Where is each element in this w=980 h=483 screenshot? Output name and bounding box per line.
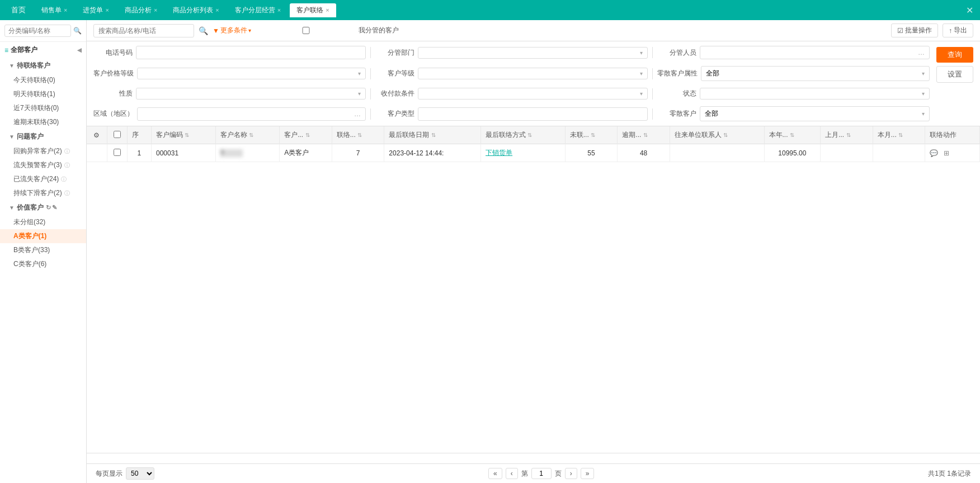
col-header-current-month[interactable]: 本月... ⇅ [873,126,925,144]
filter-select-price-level[interactable]: ▾ [137,68,366,79]
col-header-overdue[interactable]: 逾期... ⇅ [618,126,670,144]
nav-tab-close-0[interactable]: × [64,7,67,13]
nav-tab-4[interactable]: 客户分层经营 × [228,3,288,17]
filter-select-region[interactable]: … [137,107,366,121]
sidebar-item-class-c[interactable]: C类客户(6) [0,257,86,271]
col-header-name[interactable]: 客户名称 ⇅ [215,126,280,144]
sort-icon-last-date[interactable]: ⇅ [431,132,436,138]
filter-select-nature[interactable]: ▾ [136,88,366,100]
edit-icon[interactable]: ✎ [52,204,57,211]
settings-button[interactable]: 设置 [936,66,973,83]
action-chat-icon[interactable]: 💬 [930,149,938,157]
sort-icon-current-year[interactable]: ⇅ [790,132,794,138]
sidebar-item-class-b[interactable]: B类客户(33) [0,243,86,257]
nav-tab-2[interactable]: 商品分析 × [118,3,164,17]
sidebar-item-churned[interactable]: 已流失客户(24) ⓘ [0,172,86,186]
nav-tab-1[interactable]: 进货单 × [76,3,115,17]
nav-tab-0[interactable]: 销售单 × [35,3,74,17]
batch-op-button[interactable]: ☑ 批量操作 [891,23,938,37]
my-customers-checkbox[interactable] [256,27,356,34]
filter-select-customer-level[interactable]: ▾ [418,68,648,79]
group-pending-contact[interactable]: ▼ 待联络客户 [0,58,86,73]
sort-icon-level[interactable]: ⇅ [305,132,310,138]
nav-tab-close-2[interactable]: × [154,7,157,13]
filter-select-person[interactable]: … [700,46,930,59]
info-icon-abnormal[interactable]: ⓘ [64,148,70,155]
filter-select-scattered[interactable]: 全部 ▾ [700,106,930,121]
filter-select-status[interactable]: ▾ [700,88,930,100]
my-customers-checkbox-label[interactable]: 我分管的客户 [256,26,399,35]
group-value-customers[interactable]: ▼ 价值客户 ↻ ✎ [0,200,86,215]
row-checkbox[interactable] [114,149,121,156]
nav-tab-5[interactable]: 客户联络 × [290,3,336,17]
sort-icon-last-method[interactable]: ⇅ [527,132,532,138]
sort-icon-company-contact[interactable]: ⇅ [723,132,728,138]
col-header-code[interactable]: 客户编码 ⇅ [152,126,216,144]
query-button[interactable]: 查询 [936,47,973,63]
export-button[interactable]: ↑ 导出 [943,23,973,37]
page-size-select[interactable]: 20 50 100 200 [126,467,154,480]
filter-select-payment[interactable]: ▾ [418,88,648,100]
col-header-current-year[interactable]: 本年... ⇅ [764,126,821,144]
last-page-button[interactable]: » [581,468,595,479]
sort-icon-last-month[interactable]: ⇅ [846,132,851,138]
prev-page-button[interactable]: ‹ [506,468,518,479]
col-header-company-contact[interactable]: 往来单位联系人 ⇅ [670,126,764,144]
col-header-last-date[interactable]: 最后联络日期 ⇅ [384,126,481,144]
col-header-gear[interactable]: ⚙ [87,126,107,144]
current-page-input[interactable] [531,468,552,479]
main-search-input[interactable] [93,24,194,37]
sidebar-search-input[interactable] [4,25,71,37]
sidebar-item-declining[interactable]: 持续下滑客户(2) ⓘ [0,186,86,200]
more-filters-btn[interactable]: ▼ 更多条件 ▾ [213,26,251,35]
sidebar-item-tomorrow[interactable]: 明天待联络(1) [0,87,86,101]
sort-icon-contact-count[interactable]: ⇅ [357,132,362,138]
filter-select-dept[interactable]: ▾ [418,47,648,59]
sort-icon-current-month[interactable]: ⇅ [898,132,903,138]
row-last-method-link[interactable]: 下销货单 [486,149,512,157]
sidebar-item-churn-warning[interactable]: 流失预警客户(3) ⓘ [0,158,86,172]
sidebar-collapse-icon[interactable]: ◀ [77,47,82,53]
col-header-contact-count[interactable]: 联络... ⇅ [332,126,384,144]
sidebar-item-unclassified[interactable]: 未分组(32) [0,215,86,229]
filter-select-scattered-attr[interactable]: 全部 ▾ [701,66,930,81]
first-page-button[interactable]: « [488,468,502,479]
next-page-button[interactable]: › [565,468,577,479]
col-header-uncontacted[interactable]: 未联... ⇅ [565,126,618,144]
sidebar-item-overdue[interactable]: 逾期未联络(30) [0,115,86,129]
refresh-icon[interactable]: ↻ [46,204,51,211]
row-check[interactable] [107,144,127,162]
all-customers-header[interactable]: ≡ 全部客户 ◀ [0,42,86,58]
sidebar-item-class-a[interactable]: A类客户(1) [0,229,86,243]
sidebar-item-today[interactable]: 今天待联络(0) [0,73,86,87]
info-icon-churn-warning[interactable]: ⓘ [64,162,70,169]
nav-tab-close-4[interactable]: × [277,7,281,13]
sort-icon-code[interactable]: ⇅ [185,132,189,138]
sort-icon-name[interactable]: ⇅ [249,132,253,138]
nav-tab-close-1[interactable]: × [105,7,109,13]
nav-tab-3[interactable]: 商品分析列表 × [166,3,225,17]
horizontal-scrollbar[interactable] [87,455,980,462]
sidebar-item-7days[interactable]: 近7天待联络(0) [0,101,86,115]
main-search-icon[interactable]: 🔍 [199,26,208,35]
nav-tab-close-5[interactable]: × [326,7,329,13]
select-all-checkbox[interactable] [114,131,121,138]
info-icon-churned[interactable]: ⓘ [61,176,67,183]
row-last-method[interactable]: 下销货单 [481,144,566,162]
filter-input-customer-type[interactable] [418,107,648,121]
group-problem-customers[interactable]: ▼ 问题客户 [0,129,86,144]
filter-input-phone[interactable] [136,46,366,59]
sort-icon-overdue[interactable]: ⇅ [643,132,648,138]
sidebar-item-abnormal[interactable]: 回购异常客户(2) ⓘ [0,144,86,158]
nav-tab-close-3[interactable]: × [215,7,219,13]
app-close-icon[interactable]: ✕ [966,5,973,16]
col-header-last-month[interactable]: 上月... ⇅ [821,126,873,144]
action-grid-icon[interactable]: ⊞ [944,149,949,157]
sidebar-search-icon[interactable]: 🔍 [73,27,82,35]
col-header-level[interactable]: 客户... ⇅ [280,126,332,144]
col-header-check[interactable] [107,126,127,144]
nav-home[interactable]: 首页 [4,3,32,17]
col-header-last-method[interactable]: 最后联络方式 ⇅ [481,126,566,144]
sort-icon-uncontacted[interactable]: ⇅ [591,132,595,138]
info-icon-declining[interactable]: ⓘ [64,190,70,197]
